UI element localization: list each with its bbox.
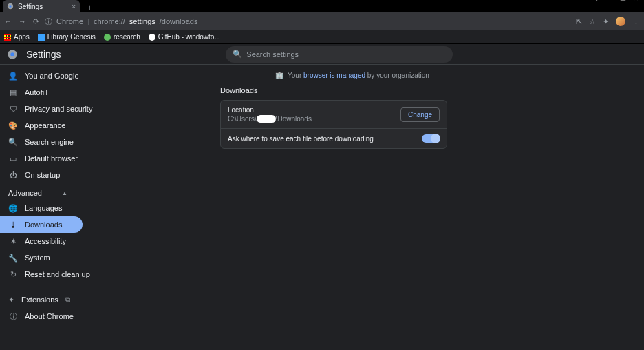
shield-icon: 🛡 xyxy=(8,105,18,113)
downloads-card: Location C:\Users\xxxx\Downloads Change … xyxy=(220,100,447,149)
power-icon: ⏻ xyxy=(8,171,18,179)
wrench-icon: 🔧 xyxy=(8,254,18,262)
bookmarks-bar: Apps Library Genesis research GitHub - w… xyxy=(0,30,644,44)
caret-icon[interactable]: ⌄ xyxy=(594,0,599,2)
omnibox[interactable]: ⓘ Chrome | chrome://settings/downloads xyxy=(45,17,197,27)
bookmark-github[interactable]: GitHub - windowto... xyxy=(149,33,220,41)
managed-link[interactable]: browser is managed xyxy=(303,72,365,79)
extensions-icon[interactable]: ✦ xyxy=(603,17,609,26)
bookmark-research[interactable]: research xyxy=(104,33,140,41)
settings-content: 🏢 Your browser is managed by your organi… xyxy=(103,65,644,325)
sidebar-item-you-and-google[interactable]: 👤You and Google xyxy=(0,68,103,84)
address-bar: ← → ⟳ ⓘ Chrome | chrome://settings/downl… xyxy=(0,12,644,30)
tab-title: Settings xyxy=(18,3,43,10)
sidebar-divider xyxy=(8,287,77,287)
sidebar-item-downloads[interactable]: ⭳Downloads xyxy=(0,216,83,233)
ask-before-download-toggle[interactable] xyxy=(422,134,440,143)
ask-label: Ask where to save each file before downl… xyxy=(228,135,374,143)
sidebar-item-languages[interactable]: 🌐Languages xyxy=(0,200,103,216)
close-window-button[interactable]: ✕ xyxy=(633,0,638,2)
tab-favicon xyxy=(7,3,14,10)
sidebar-item-reset[interactable]: ↻Reset and clean up xyxy=(0,266,103,282)
tab-close-icon[interactable]: × xyxy=(72,3,76,10)
sidebar-item-about[interactable]: ⓘAbout Chrome xyxy=(0,308,103,325)
url-scheme: Chrome xyxy=(56,17,83,25)
download-icon: ⭳ xyxy=(8,220,18,229)
svg-point-1 xyxy=(9,5,11,7)
section-title-downloads: Downloads xyxy=(220,86,644,94)
browser-tab-settings[interactable]: Settings × xyxy=(3,0,80,12)
profile-avatar[interactable] xyxy=(616,17,625,26)
managed-notice: 🏢 Your browser is managed by your organi… xyxy=(275,72,644,79)
sidebar-item-autofill[interactable]: ▤Autofill xyxy=(0,84,103,101)
sidebar-item-default-browser[interactable]: ▭Default browser xyxy=(0,150,103,167)
chrome-logo-icon xyxy=(7,49,18,60)
building-icon: 🏢 xyxy=(275,72,283,79)
bookmark-icon xyxy=(38,34,45,41)
tab-strip: Settings × + ⌄ — ☐ ✕ xyxy=(0,0,644,12)
url-path-tail: /downloads xyxy=(160,17,198,25)
back-button[interactable]: ← xyxy=(4,17,12,25)
info-icon: ⓘ xyxy=(8,311,18,322)
github-icon xyxy=(149,34,155,41)
sidebar-item-search-engine[interactable]: 🔍Search engine xyxy=(0,134,103,150)
sidebar-item-system[interactable]: 🔧System xyxy=(0,249,103,266)
maximize-button[interactable]: ☐ xyxy=(620,0,626,2)
location-value: C:\Users\xxxx\Downloads xyxy=(228,115,312,123)
sidebar-advanced-toggle[interactable]: Advanced▲ xyxy=(0,183,103,200)
settings-search-input[interactable] xyxy=(226,46,453,63)
site-info-icon[interactable]: ⓘ xyxy=(45,17,52,27)
window-controls: ⌄ — ☐ ✕ xyxy=(588,0,644,2)
paint-icon: 🎨 xyxy=(8,121,18,130)
menu-icon[interactable]: ⋮ xyxy=(632,17,640,26)
apps-icon xyxy=(4,34,11,41)
browser-icon: ▭ xyxy=(8,154,18,163)
new-tab-button[interactable]: + xyxy=(84,3,95,12)
url-path-main: settings xyxy=(129,17,155,25)
bookmark-apps[interactable]: Apps xyxy=(4,33,30,41)
sidebar-item-appearance[interactable]: 🎨Appearance xyxy=(0,117,103,134)
minimize-button[interactable]: — xyxy=(606,0,613,2)
reset-icon: ↻ xyxy=(8,270,18,279)
sidebar-item-on-startup[interactable]: ⏻On startup xyxy=(0,167,103,183)
location-label: Location xyxy=(228,106,312,114)
settings-header: Settings 🔍 xyxy=(0,44,644,65)
sidebar-item-privacy[interactable]: 🛡Privacy and security xyxy=(0,101,103,117)
search-icon: 🔍 xyxy=(233,50,242,59)
bookmark-icon xyxy=(104,34,111,41)
sidebar-item-accessibility[interactable]: ✶Accessibility xyxy=(0,233,103,249)
change-location-button[interactable]: Change xyxy=(400,107,440,122)
accessibility-icon: ✶ xyxy=(8,237,18,246)
reload-button[interactable]: ⟳ xyxy=(33,17,39,26)
person-icon: 👤 xyxy=(8,72,18,81)
bookmark-libgen[interactable]: Library Genesis xyxy=(38,33,96,41)
url-host: chrome:// xyxy=(94,17,125,25)
open-external-icon: ⧉ xyxy=(65,296,70,304)
sidebar-item-extensions[interactable]: ✦Extensions⧉ xyxy=(0,291,103,308)
autofill-icon: ▤ xyxy=(8,88,18,97)
chevron-up-icon: ▲ xyxy=(62,190,67,196)
bookmark-star-icon[interactable]: ☆ xyxy=(589,17,596,26)
ask-before-download-row: Ask where to save each file before downl… xyxy=(221,128,447,148)
share-icon[interactable]: ⇱ xyxy=(576,17,582,26)
settings-sidebar: 👤You and Google ▤Autofill 🛡Privacy and s… xyxy=(0,65,103,325)
puzzle-icon: ✦ xyxy=(8,296,14,305)
globe-icon: 🌐 xyxy=(8,204,18,213)
download-location-row: Location C:\Users\xxxx\Downloads Change xyxy=(221,101,447,128)
search-icon: 🔍 xyxy=(8,138,18,147)
svg-point-3 xyxy=(10,52,14,56)
page-title: Settings xyxy=(26,49,61,60)
forward-button[interactable]: → xyxy=(19,17,26,25)
